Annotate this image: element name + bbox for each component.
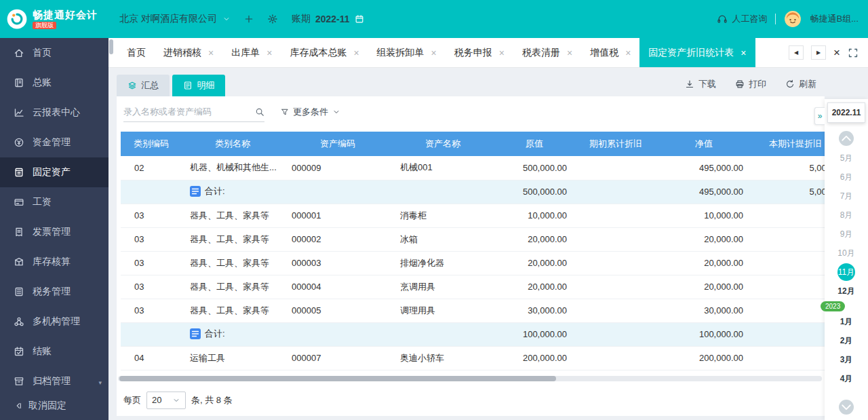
tax-icon	[14, 286, 24, 297]
month-item-9月[interactable]: 9月	[825, 225, 868, 244]
add-button[interactable]	[244, 14, 254, 24]
column-header[interactable]: 本期计提折旧	[751, 132, 825, 156]
view-tab-summary[interactable]: 汇总	[117, 75, 170, 96]
print-button[interactable]: 打印	[735, 78, 766, 90]
column-header[interactable]: 期初累计折旧	[575, 132, 656, 156]
tab-close-icon[interactable]: ×	[741, 47, 746, 58]
tab-close-icon[interactable]: ×	[208, 47, 214, 58]
sidebar-item-general-ledger[interactable]: 总账	[0, 68, 108, 98]
tab-close-icon[interactable]: ×	[353, 47, 359, 58]
tab-close-icon[interactable]: ×	[431, 47, 437, 58]
headset-icon	[717, 14, 728, 24]
table-row[interactable]: 04运输工具000007奥迪小轿车200,000.00200,000.00	[121, 346, 825, 370]
tab-close-icon[interactable]: ×	[567, 47, 572, 58]
month-item-8月[interactable]: 8月	[825, 206, 868, 225]
sidebar-item-archive[interactable]: 归档管理	[0, 366, 108, 396]
horizontal-scrollbar-thumb[interactable]	[119, 376, 556, 381]
search-icon[interactable]	[255, 107, 264, 117]
scroll-tabs-left-button[interactable]: ◀	[789, 45, 804, 60]
summary-row[interactable]: 合计:100,000.00100,000.00	[121, 322, 825, 346]
table-cell	[751, 227, 825, 251]
month-item-4月[interactable]: 4月	[825, 369, 868, 388]
search-input[interactable]	[123, 107, 251, 117]
table-row[interactable]: 03器具、工具、家具等000003排烟净化器20,000.0020,000.00	[121, 251, 825, 275]
view-tab-detail[interactable]: 明细	[172, 75, 225, 96]
collapse-panel-button[interactable]: »	[814, 107, 825, 125]
table-cell	[751, 346, 825, 370]
table-cell: 000007	[283, 346, 392, 370]
table-row[interactable]: 03器具、工具、家具等000002冰箱20,000.0020,000.00	[121, 227, 825, 251]
tab-inventory-cost-ledger[interactable]: 库存成本总账×	[281, 38, 368, 67]
sidebar-item-cloud-reports[interactable]: 云报表中心	[0, 98, 108, 128]
scroll-months-up-button[interactable]	[839, 131, 854, 146]
sidebar-item-tax[interactable]: 税务管理	[0, 277, 108, 307]
app-logo[interactable]: 畅捷通好会计 旗舰版	[0, 9, 108, 29]
month-item-3月[interactable]: 3月	[825, 350, 868, 369]
table-row[interactable]: 03器具、工具、家具等000001消毒柜10,000.0010,000.00	[121, 204, 825, 227]
action-label: 刷新	[799, 78, 816, 90]
tab-assembly-order[interactable]: 组装拆卸单×	[368, 38, 446, 67]
month-item-5月[interactable]: 5月	[825, 149, 868, 168]
user-avatar[interactable]	[784, 10, 802, 28]
page-size-select[interactable]: 20	[146, 392, 186, 409]
support-link[interactable]: 人工咨询	[717, 13, 767, 25]
column-header[interactable]: 原值	[494, 132, 575, 156]
sidebar-item-fixed-assets[interactable]: 固定资产	[0, 157, 108, 187]
download-button[interactable]: 下载	[685, 78, 716, 90]
current-period[interactable]: 2022.11	[827, 102, 865, 123]
column-header[interactable]: 资产名称	[392, 132, 494, 156]
scroll-tabs-right-button[interactable]: ▶	[811, 45, 826, 60]
table-cell: 495,000.00	[656, 156, 751, 180]
refresh-button[interactable]: 刷新	[785, 78, 816, 90]
salary-icon	[14, 197, 24, 208]
tab-outbound-order[interactable]: 出库单×	[222, 38, 281, 67]
column-header[interactable]: 类别编码	[121, 132, 182, 156]
table-cell	[575, 346, 656, 370]
table-row[interactable]: 02机器、机械和其他生...000009机械001500,000.00495,0…	[121, 156, 825, 180]
column-header[interactable]: 类别名称	[182, 132, 283, 156]
more-filters-button[interactable]: 更多条件	[281, 106, 340, 118]
month-item-12月[interactable]: 12月	[825, 282, 868, 301]
tab-purchase-sale-audit[interactable]: 进销稽核×	[155, 38, 222, 67]
sidebar-item-multi-org[interactable]: 多机构管理	[0, 307, 108, 337]
sidebar-item-funds[interactable]: 资金管理	[0, 128, 108, 157]
close-tab-button[interactable]: ×	[833, 47, 840, 58]
tab-close-icon[interactable]: ×	[625, 47, 631, 58]
table-row[interactable]: 03器具、工具、家具等000004烹调用具20,000.0020,000.00	[121, 275, 825, 299]
company-selector[interactable]: 北京 对啊酒店有限公司	[119, 13, 231, 25]
scroll-months-down-button[interactable]	[839, 400, 854, 415]
tab-tax-register[interactable]: 税表清册×	[513, 38, 581, 67]
column-header[interactable]: 资产编码	[283, 132, 392, 156]
month-item-10月[interactable]: 10月	[825, 244, 868, 263]
tab-home[interactable]: 首页	[118, 38, 155, 67]
topbar-right: 人工咨询 畅捷通B组...	[717, 10, 868, 28]
month-item-6月[interactable]: 6月	[825, 168, 868, 187]
tab-bar: 首页进销稽核×出库单×库存成本总账×组装拆卸单×税务申报×税表清册×增值税×固定…	[108, 38, 868, 68]
sidebar-scroll-down-icon[interactable]: ▾	[98, 379, 102, 386]
tab-close-icon[interactable]: ×	[499, 47, 505, 58]
vertical-scrollbar[interactable]	[109, 39, 113, 54]
fullscreen-icon[interactable]	[848, 47, 859, 58]
user-name[interactable]: 畅捷通B组...	[810, 13, 859, 25]
horizontal-scrollbar[interactable]	[118, 376, 822, 381]
tab-fixed-asset-depreciation[interactable]: 固定资产折旧统计表×	[639, 38, 755, 67]
month-item-11月[interactable]: 11月	[825, 263, 868, 282]
tab-vat[interactable]: 增值税×	[581, 38, 639, 67]
accounting-period-selector[interactable]: 账期 2022-11	[292, 13, 364, 25]
sidebar-item-invoices[interactable]: 发票管理	[0, 217, 108, 247]
sidebar-item-inventory[interactable]: 库存核算	[0, 247, 108, 277]
tab-tax-filing[interactable]: 税务申报×	[446, 38, 513, 67]
unpin-sidebar-button[interactable]: 取消固定	[0, 396, 108, 416]
summary-row[interactable]: 合计:500,000.00495,000.005,000	[121, 180, 825, 204]
column-header[interactable]: 净值	[656, 132, 751, 156]
table-row[interactable]: 03器具、工具、家具等000005调理用具30,000.0030,000.00	[121, 299, 825, 322]
table-cell: 200,000.00	[656, 346, 751, 370]
sidebar-item-salary[interactable]: 工资	[0, 187, 108, 217]
month-item-7月[interactable]: 7月	[825, 187, 868, 206]
sidebar-item-home[interactable]: 首页	[0, 38, 108, 68]
settings-gear-icon[interactable]	[267, 14, 278, 24]
month-item-2月[interactable]: 2月	[825, 331, 868, 350]
sidebar-item-closing[interactable]: 结账	[0, 337, 108, 366]
tab-close-icon[interactable]: ×	[267, 47, 272, 58]
month-item-1月[interactable]: 1月	[825, 312, 868, 331]
